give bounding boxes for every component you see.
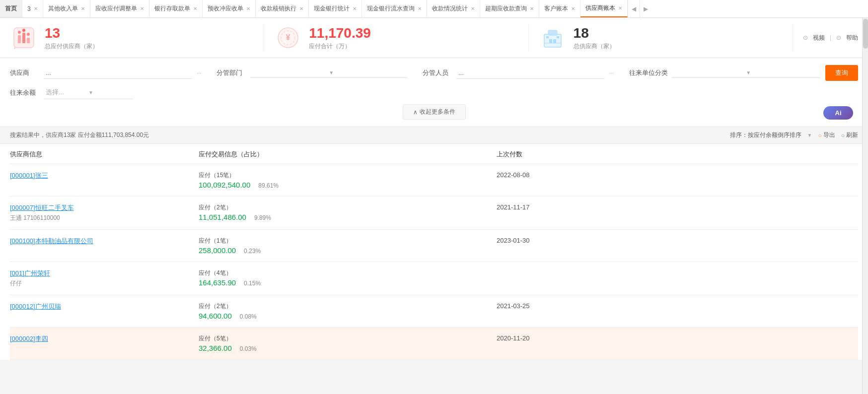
trans-percent-4: 0.15% — [244, 280, 261, 287]
total-suppliers-icon — [539, 24, 567, 52]
svg-text:¥: ¥ — [286, 33, 290, 42]
card1-label: 总应付供应商（家） — [45, 42, 98, 51]
card2-content: 11,170.39 应付合计（万） — [309, 25, 371, 51]
supplier-cell-4: [001]广州荣轩 仔仔 — [10, 269, 199, 288]
summary-card-ap-suppliers: ¥ 13 总应付供应商（家） — [10, 24, 264, 52]
close-icon[interactable]: ✕ — [353, 6, 357, 11]
trans-amount-1[interactable]: 100,092,540.00 — [199, 181, 250, 189]
video-link[interactable]: 视频 — [813, 34, 825, 42]
nav-overdue-query[interactable]: 超期应收款查询 ✕ — [480, 0, 539, 17]
svg-rect-11 — [544, 34, 561, 47]
trans-amount-4[interactable]: 164,635.90 — [199, 278, 236, 287]
ap-suppliers-icon: ¥ — [10, 24, 38, 52]
trans-label-3: 应付（1笔） — [199, 237, 497, 245]
svg-rect-13 — [549, 39, 552, 43]
close-icon[interactable]: ✕ — [299, 6, 303, 11]
collapse-button[interactable]: ∧ 收起更多条件 — [403, 104, 466, 120]
supplier-link-1[interactable]: [000001]张三 — [10, 172, 48, 179]
data-table: 供应商信息 应付交易信息（占比） 上次付数 [000001]张三 应付（15笔）… — [0, 144, 868, 360]
supplier-label: 供应商 — [10, 68, 40, 77]
supplier-cell-6: [000002]李四 — [10, 334, 199, 343]
separator: | — [830, 34, 831, 41]
filter-row-2: 往来余额 选择... ▼ — [10, 86, 858, 99]
close-icon[interactable]: ✕ — [418, 6, 422, 11]
ai-badge[interactable]: Ai — [823, 106, 853, 120]
nav-tab-number[interactable]: 3 ✕ — [22, 0, 43, 17]
close-icon[interactable]: ✕ — [140, 6, 144, 11]
close-icon[interactable]: ✕ — [246, 6, 250, 11]
table-row: [000001]张三 应付（15笔） 100,092,540.00 89.61%… — [10, 164, 858, 197]
supplier-link-5[interactable]: [000012]广州贝瑞 — [10, 303, 61, 310]
nav-home[interactable]: 首页 — [0, 0, 22, 17]
person-input[interactable] — [456, 67, 604, 79]
transaction-cell-2: 应付（2笔） 11,051,486.00 9.89% — [199, 203, 497, 221]
trans-label-5: 应付（2笔） — [199, 302, 497, 311]
nav-arrow-left[interactable]: ◀ — [628, 0, 640, 17]
nav-supplier-account[interactable]: 供应商账本 ✕ — [580, 0, 628, 17]
cash-bank-flow-label: 现金银行流水查询 — [367, 4, 415, 13]
supplier-link-4[interactable]: [001]广州荣轩 — [10, 269, 50, 277]
supplier-link-2[interactable]: [000007]恒旺二手叉车 — [10, 204, 74, 211]
person-dots-icon: ··· — [609, 70, 614, 76]
filter-person: 分管人员 ··· — [423, 67, 614, 79]
close-icon[interactable]: ✕ — [34, 6, 38, 11]
supplier-cell-1: [000001]张三 — [10, 171, 199, 180]
close-icon[interactable]: ✕ — [530, 6, 534, 11]
trans-amount-2[interactable]: 11,051,486.00 — [199, 213, 246, 221]
nav-ap-adjust[interactable]: 应收应付调整单 ✕ — [90, 0, 149, 17]
card2-label: 应付合计（万） — [309, 42, 371, 51]
balance-select[interactable]: 选择... ▼ — [44, 86, 133, 99]
export-label: 导出 — [823, 131, 835, 139]
sort-label[interactable]: 排序：按应付余额倒序排序 — [730, 131, 801, 139]
supplier-link-3[interactable]: [000100]本特勒油品有限公司 — [10, 237, 93, 245]
transaction-cell-5: 应付（2笔） 94,600.00 0.08% — [199, 302, 497, 320]
query-button[interactable]: 查询 — [825, 65, 858, 81]
help-link[interactable]: 帮助 — [846, 34, 858, 42]
lastpay-cell-6: 2020-11-20 — [497, 334, 858, 342]
svg-rect-2 — [22, 33, 25, 43]
dept-select[interactable]: ▼ — [250, 68, 408, 78]
trans-percent-1: 89.61% — [258, 182, 279, 189]
category-select[interactable]: ▼ — [672, 68, 821, 78]
nav-cash-bank-stat[interactable]: 现金银行统计 ✕ — [309, 0, 362, 17]
card2-number: 11,170.39 — [309, 25, 371, 42]
category-arrow-icon: ▼ — [746, 70, 818, 75]
nav-collection-stat[interactable]: 收款情况统计 ✕ — [427, 0, 480, 17]
close-icon[interactable]: ✕ — [193, 6, 197, 11]
table-row: [001]广州荣轩 仔仔 应付（4笔） 164,635.90 0.15% — [10, 262, 858, 295]
export-button[interactable]: ○ 导出 — [818, 131, 835, 139]
transaction-cell-1: 应付（15笔） 100,092,540.00 89.61% — [199, 171, 497, 189]
dept-label: 分管部门 — [217, 68, 246, 77]
trans-amount-5[interactable]: 94,600.00 — [199, 312, 232, 320]
close-icon[interactable]: ✕ — [471, 6, 475, 11]
nav-other-income[interactable]: 其他收入单 ✕ — [43, 0, 90, 17]
cash-bank-stat-label: 现金银行统计 — [314, 4, 350, 13]
trans-row-5: 94,600.00 0.08% — [199, 312, 497, 320]
card3-label: 总供应商（家） — [574, 42, 615, 51]
close-icon[interactable]: ✕ — [618, 5, 622, 11]
nav-cash-bank-flow[interactable]: 现金银行流水查询 ✕ — [362, 0, 427, 17]
category-label: 往来单位分类 — [629, 68, 668, 77]
nav-arrow-right[interactable]: ▶ — [640, 0, 651, 17]
scrollbar-thumb[interactable] — [863, 19, 868, 49]
balance-arrow-icon: ▼ — [88, 90, 131, 95]
supplier-input[interactable] — [44, 67, 192, 79]
supplier-sub-2: 王通 17106110000 — [10, 214, 199, 222]
svg-point-6 — [27, 33, 30, 36]
result-bar: 搜索结果中，供应商13家 应付金额111,703,854.00元 排序：按应付余… — [0, 127, 868, 144]
trans-row-4: 164,635.90 0.15% — [199, 278, 497, 287]
trans-amount-3[interactable]: 258,000.00 — [199, 246, 236, 255]
trans-amount-6[interactable]: 32,366.00 — [199, 344, 232, 352]
nav-prepay[interactable]: 预收冲应收单 ✕ — [203, 0, 256, 17]
close-icon[interactable]: ✕ — [81, 6, 85, 11]
nav-customer-account[interactable]: 客户账本 ✕ — [539, 0, 580, 17]
nav-collection-exec[interactable]: 收款核销执行 ✕ — [256, 0, 309, 17]
refresh-button[interactable]: ○ 刷新 — [841, 131, 858, 139]
close-icon[interactable]: ✕ — [571, 6, 575, 11]
supplier-link-6[interactable]: [000002]李四 — [10, 335, 48, 342]
refresh-circle-icon: ○ — [841, 132, 845, 139]
summary-card-ap-total: ¥ 11,170.39 应付合计（万） — [264, 24, 528, 52]
nav-bank-deposit[interactable]: 银行存取款单 ✕ — [149, 0, 203, 17]
other-income-label: 其他收入单 — [48, 4, 78, 13]
trans-label-6: 应付（5笔） — [199, 334, 497, 343]
